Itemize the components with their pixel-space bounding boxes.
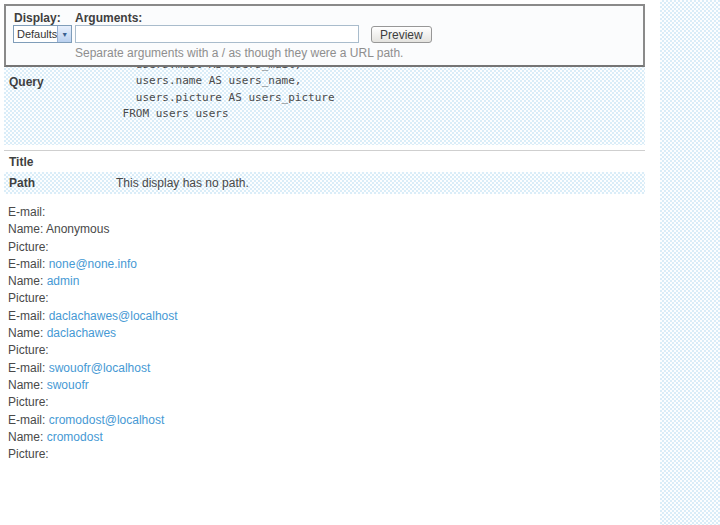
display-label: Display: xyxy=(14,11,61,25)
email-link[interactable]: none@none.info xyxy=(49,257,137,271)
title-row-label: Title xyxy=(4,155,116,169)
email-link[interactable]: daclachawes@localhost xyxy=(49,309,178,323)
email-field-label: E-mail: xyxy=(8,257,45,271)
path-row: Path This display has no path. xyxy=(4,172,645,194)
user-record: E-mail: daclachawes@localhost Name: dacl… xyxy=(8,308,660,360)
display-select-value: Defaults xyxy=(14,28,57,40)
name-link[interactable]: daclachawes xyxy=(47,326,116,340)
name-link[interactable]: admin xyxy=(47,274,80,288)
preview-controls-fieldset: Display: Defaults ▼ Arguments: Preview S… xyxy=(4,4,645,67)
preview-results: E-mail: Name: Anonymous Picture: E-mail:… xyxy=(8,204,660,463)
email-link[interactable]: cromodost@localhost xyxy=(49,413,165,427)
email-field-label: E-mail: xyxy=(8,413,45,427)
email-field-label: E-mail: xyxy=(8,309,45,323)
name-link[interactable]: swouofr xyxy=(47,378,89,392)
name-field-label: Name: xyxy=(8,274,43,288)
path-row-label: Path xyxy=(4,176,116,190)
query-row-label: Query xyxy=(4,75,116,89)
display-select[interactable]: Defaults ▼ xyxy=(13,25,72,43)
name-field-label: Name: xyxy=(8,326,43,340)
name-field-label: Name: xyxy=(8,430,43,444)
picture-field-label: Picture: xyxy=(8,395,49,409)
email-field-label: E-mail: xyxy=(8,361,45,375)
name-link[interactable]: cromodost xyxy=(47,430,103,444)
user-record: E-mail: Name: Anonymous Picture: xyxy=(8,204,660,256)
arguments-input[interactable] xyxy=(75,25,359,43)
arguments-label: Arguments: xyxy=(75,11,142,25)
user-record: E-mail: swouofr@localhost Name: swouofr … xyxy=(8,360,660,412)
arguments-help-text: Separate arguments with a / as though th… xyxy=(75,46,403,60)
picture-field-label: Picture: xyxy=(8,291,49,305)
preview-button[interactable]: Preview xyxy=(371,26,432,43)
page-background: Display: Defaults ▼ Arguments: Preview S… xyxy=(0,0,720,525)
picture-field-label: Picture: xyxy=(8,240,49,254)
email-link[interactable]: swouofr@localhost xyxy=(49,361,151,375)
picture-field-label: Picture: xyxy=(8,343,49,357)
content-area: Display: Defaults ▼ Arguments: Preview S… xyxy=(0,0,660,525)
email-field-label: E-mail: xyxy=(8,205,45,219)
chevron-down-icon: ▼ xyxy=(57,26,71,42)
title-row: Title xyxy=(4,150,645,172)
picture-field-label: Picture: xyxy=(8,447,49,461)
path-row-value: This display has no path. xyxy=(116,176,645,190)
name-field-label: Name: xyxy=(8,378,43,392)
name-field-label: Name: xyxy=(8,222,43,236)
user-record: E-mail: cromodost@localhost Name: cromod… xyxy=(8,412,660,464)
user-record: E-mail: none@none.info Name: admin Pictu… xyxy=(8,256,660,308)
name-value: Anonymous xyxy=(46,222,109,236)
